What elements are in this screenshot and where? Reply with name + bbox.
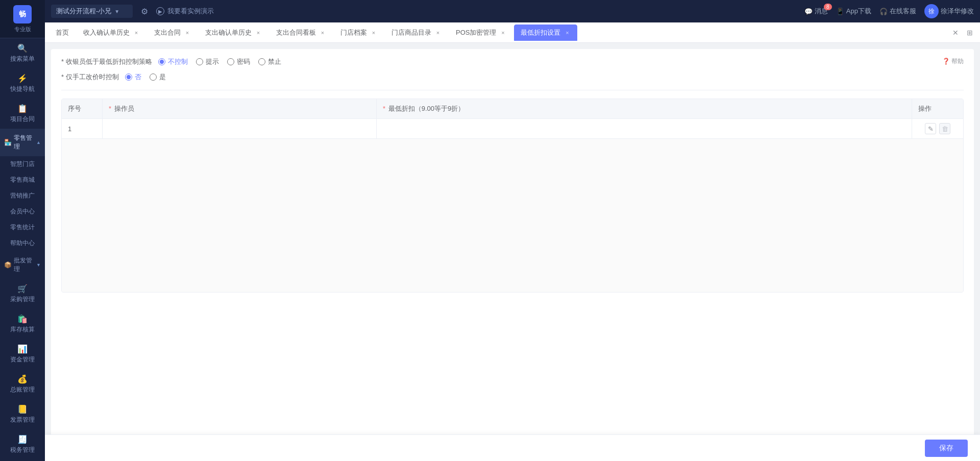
discount-table: 序号 * 操作员 * 最低折扣（9.00等于9折） 操作 1 (61, 99, 964, 293)
radio-yes[interactable]: 是 (150, 72, 166, 82)
sidebar-item-shortcut[interactable]: ⚡ 快捷导航 (0, 68, 45, 99)
sidebar-item-marketing[interactable]: 营销推广 (0, 188, 45, 204)
required-mark: * (109, 105, 111, 112)
sidebar-item-contract[interactable]: 📋 项目合同 (0, 99, 45, 129)
discount-strategy-row: * 收银员低于最低折扣控制策略 不控制 提示 密码 (61, 57, 964, 66)
sidebar-item-retail-stats[interactable]: 零售统计 (0, 220, 45, 235)
save-bar: 保存 (45, 434, 980, 461)
tab-store-files[interactable]: 门店档案 × (334, 25, 384, 41)
edit-row-button[interactable]: ✎ (925, 123, 936, 134)
sidebar-item-help-center[interactable]: 帮助中心 (0, 235, 45, 251)
tab-store-products[interactable]: 门店商品目录 × (385, 25, 448, 41)
td-operator (103, 119, 377, 138)
sidebar: 畅 专业版 🔍 搜索菜单 ⚡ 快捷导航 📋 项目合同 🏪 零售管理 ▲ 智慧门店… (0, 0, 45, 461)
tab-pos-password[interactable]: POS加密管理 × (449, 25, 513, 41)
sidebar-item-smart-store[interactable]: 智慧门店 (0, 156, 45, 172)
sidebar-item-search[interactable]: 🔍 搜索菜单 (0, 38, 45, 68)
tab-close-icon[interactable]: × (370, 29, 377, 36)
message-icon: 💬 (804, 8, 813, 15)
sidebar-item-label: 营销推广 (10, 191, 35, 200)
tab-payment-confirm[interactable]: 支出确认单历史 × (199, 25, 268, 41)
demo-link[interactable]: ▶ 我要看实例演示 (156, 7, 214, 16)
tab-close-icon[interactable]: × (319, 29, 326, 36)
tab-close-icon[interactable]: × (184, 29, 191, 36)
sidebar-item-purchase[interactable]: 🛍️ 库存核算 (0, 309, 45, 339)
manual-price-radio-group: 否 是 (125, 72, 166, 82)
tab-close-all-button[interactable]: ✕ (949, 27, 962, 39)
online-service-label: 在线客服 (890, 7, 916, 16)
demo-text: 我要看实例演示 (167, 7, 214, 16)
app-download-button[interactable]: 📱 App下载 (836, 7, 871, 16)
message-button[interactable]: 💬 消息 8 (804, 7, 828, 16)
table-row: 1 ✎ 🗑 (62, 119, 963, 139)
tab-payment-board[interactable]: 支出合同看板 × (270, 25, 333, 41)
tab-min-discount[interactable]: 最低折扣设置 × (514, 25, 577, 41)
th-action: 操作 (912, 99, 963, 118)
help-link[interactable]: ❓ 帮助 (942, 57, 964, 66)
user-menu[interactable]: 徐 徐泽华修改 (924, 4, 974, 18)
tab-label: 支出合同 (154, 28, 181, 37)
sidebar-logo: 畅 专业版 (0, 0, 45, 38)
th-discount-label: 最低折扣（9.00等于9折） (388, 105, 465, 112)
contract-icon: 📋 (17, 104, 28, 113)
app-download-label: App下载 (846, 7, 871, 16)
radio-password[interactable]: 密码 (227, 57, 250, 66)
table-header: 序号 * 操作员 * 最低折扣（9.00等于9折） 操作 (62, 99, 963, 119)
sidebar-item-label: 智慧门店 (10, 160, 35, 168)
tab-close-icon[interactable]: × (499, 29, 506, 36)
tab-label: POS加密管理 (456, 28, 496, 37)
topbar-settings-icon[interactable]: ⚙ (139, 5, 150, 18)
td-action: ✎ 🗑 (912, 119, 963, 138)
sidebar-item-retail-mall[interactable]: 零售商城 (0, 172, 45, 188)
sidebar-item-label: 会员中心 (10, 207, 35, 216)
tab-close-icon[interactable]: × (255, 29, 262, 36)
project-selector[interactable]: 测试分开流程-小兄 ▼ (51, 5, 133, 18)
tab-label: 门店档案 (340, 28, 367, 37)
inventory-icon: 📊 (17, 344, 28, 354)
radio-no-control[interactable]: 不控制 (158, 57, 188, 66)
sidebar-item-wholesale[interactable]: 📦 批发管理 ▼ (0, 251, 45, 279)
th-operator-label: 操作员 (114, 105, 134, 112)
sidebar-item-label: 资金管理 (10, 355, 35, 364)
delete-row-button[interactable]: 🗑 (939, 123, 950, 134)
tab-home[interactable]: 首页 (49, 25, 76, 41)
save-button[interactable]: 保存 (925, 440, 968, 457)
download-icon: 📱 (836, 8, 844, 15)
app-logo-icon: 畅 (13, 5, 32, 23)
demo-icon: ▶ (156, 7, 164, 15)
discount-strategy-radio-group: 不控制 提示 密码 禁止 (158, 57, 281, 66)
tab-close-icon[interactable]: × (564, 29, 571, 36)
sidebar-item-label: 批发管理 (14, 256, 34, 274)
sidebar-item-label: 零售统计 (10, 223, 35, 232)
ecommerce-icon: 🛒 (17, 284, 28, 294)
tab-payment-contract[interactable]: 支出合同 × (148, 25, 198, 41)
td-discount (377, 119, 912, 138)
radio-forbid[interactable]: 禁止 (258, 57, 281, 66)
tabbar-actions: ✕ ⊞ (949, 27, 976, 39)
sidebar-item-member[interactable]: 会员中心 (0, 204, 45, 220)
tabbar: 首页 收入确认单历史 × 支出合同 × 支出确认单历史 × 支出合同看板 × 门… (45, 22, 980, 43)
sidebar-item-label: 搜索菜单 (10, 55, 35, 63)
avatar: 徐 (924, 4, 939, 18)
purchase-icon: 🛍️ (17, 314, 28, 324)
sidebar-item-inventory[interactable]: 📊 资金管理 (0, 339, 45, 369)
tab-income-confirm[interactable]: 收入确认单历史 × (77, 25, 146, 41)
app-logo-text: 专业版 (14, 26, 31, 33)
table-empty-space (62, 139, 963, 292)
sidebar-item-invoice[interactable]: 🧾 税务管理 (0, 429, 45, 459)
content-area: ❓ 帮助 * 收银员低于最低折扣控制策略 不控制 提示 (45, 43, 980, 461)
radio-remind[interactable]: 提示 (196, 57, 219, 66)
radio-no[interactable]: 否 (125, 72, 141, 82)
sidebar-item-ledger[interactable]: 📒 发票管理 (0, 399, 45, 429)
shortcut-icon: ⚡ (17, 74, 28, 83)
sidebar-item-finance[interactable]: 💰 总账管理 (0, 369, 45, 399)
tab-menu-button[interactable]: ⊞ (964, 27, 976, 39)
tab-close-icon[interactable]: × (434, 29, 442, 36)
chevron-down-icon: ▼ (114, 9, 119, 14)
tab-label: 支出合同看板 (276, 28, 316, 37)
online-service-button[interactable]: 🎧 在线客服 (879, 7, 916, 16)
sidebar-item-ecommerce[interactable]: 🛒 采购管理 (0, 279, 45, 309)
tab-close-icon[interactable]: × (133, 29, 140, 36)
radio-label: 是 (159, 72, 166, 82)
sidebar-item-retail[interactable]: 🏪 零售管理 ▲ (0, 129, 45, 156)
